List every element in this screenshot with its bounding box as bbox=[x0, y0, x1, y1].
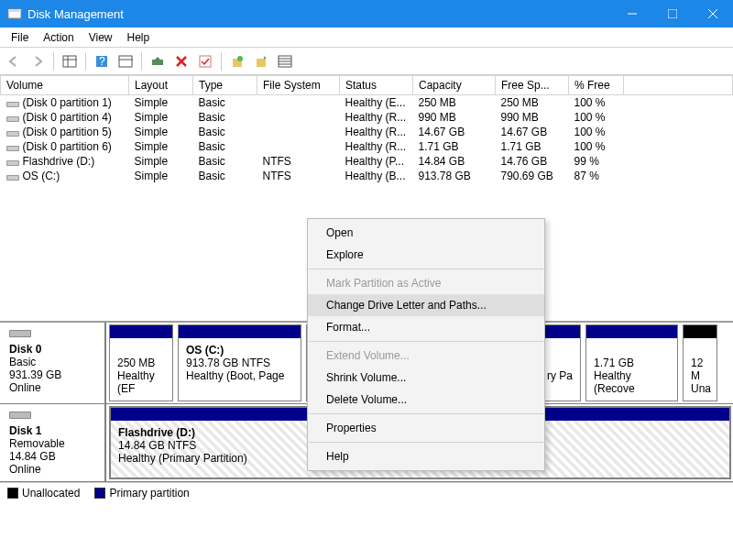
check-icon[interactable] bbox=[195, 51, 215, 71]
disk-1-info[interactable]: Disk 1 Removable 14.84 GB Online bbox=[0, 404, 106, 481]
attach-vhd-icon[interactable] bbox=[251, 51, 271, 71]
partition-size: 250 MB bbox=[117, 357, 165, 369]
svg-rect-13 bbox=[152, 60, 163, 65]
col-free[interactable]: Free Sp... bbox=[496, 76, 569, 95]
svg-rect-6 bbox=[63, 56, 76, 67]
ctx-change-drive-letter[interactable]: Change Drive Letter and Paths... bbox=[308, 294, 544, 316]
legend-label: Unallocated bbox=[22, 487, 80, 500]
table-row[interactable]: (Disk 0 partition 6)SimpleBasicHealthy (… bbox=[1, 139, 733, 154]
toolbar-separator bbox=[141, 52, 142, 71]
swatch-unallocated bbox=[7, 488, 18, 499]
legend-primary: Primary partition bbox=[94, 487, 189, 500]
close-button[interactable] bbox=[693, 0, 733, 27]
column-headers: Volume Layout Type File System Status Ca… bbox=[1, 76, 733, 95]
col-volume[interactable]: Volume bbox=[1, 76, 129, 95]
ctx-open[interactable]: Open bbox=[308, 222, 544, 244]
minimize-button[interactable] bbox=[612, 0, 652, 27]
disk-1-type: Removable bbox=[9, 437, 95, 450]
disk-1-status: Online bbox=[9, 463, 95, 476]
partition-status: Una bbox=[691, 382, 709, 395]
partition-header bbox=[586, 325, 677, 338]
col-status[interactable]: Status bbox=[340, 76, 413, 95]
svg-rect-25 bbox=[7, 103, 18, 106]
menu-help[interactable]: Help bbox=[120, 29, 158, 46]
refresh-icon[interactable] bbox=[148, 51, 168, 71]
maximize-button[interactable] bbox=[652, 0, 693, 27]
disk-icon bbox=[9, 328, 33, 339]
toolbar-separator bbox=[221, 52, 222, 71]
disk-0-partition-1[interactable]: 250 MB Healthy (EF bbox=[109, 324, 173, 401]
volume-icon bbox=[6, 99, 20, 108]
col-capacity[interactable]: Capacity bbox=[413, 76, 496, 95]
col-type[interactable]: Type bbox=[193, 76, 257, 95]
volume-icon bbox=[6, 172, 20, 181]
new-volume-icon[interactable] bbox=[227, 51, 247, 71]
svg-rect-19 bbox=[257, 59, 266, 67]
window-title: Disk Management bbox=[27, 7, 612, 21]
disk-0-status: Online bbox=[9, 381, 95, 394]
menubar: File Action View Help bbox=[0, 27, 733, 48]
ctx-shrink-volume[interactable]: Shrink Volume... bbox=[308, 367, 544, 389]
ctx-properties[interactable]: Properties bbox=[308, 417, 544, 439]
properties-icon[interactable] bbox=[275, 51, 295, 71]
partition-header bbox=[684, 325, 717, 338]
ctx-mark-active: Mark Partition as Active bbox=[308, 272, 544, 294]
svg-rect-3 bbox=[668, 9, 677, 18]
ctx-help[interactable]: Help bbox=[308, 445, 544, 467]
col-layout[interactable]: Layout bbox=[129, 76, 193, 95]
svg-rect-29 bbox=[7, 132, 18, 136]
menu-file[interactable]: File bbox=[4, 29, 36, 46]
table-row[interactable]: Flashdrive (D:)SimpleBasicNTFSHealthy (P… bbox=[1, 154, 733, 169]
volume-icon bbox=[6, 128, 20, 137]
ctx-extend-volume: Extend Volume... bbox=[308, 345, 544, 367]
col-extra[interactable] bbox=[624, 76, 733, 95]
disk-1-size: 14.84 GB bbox=[9, 450, 95, 463]
disk-1-name: Disk 1 bbox=[9, 424, 41, 437]
legend-label: Primary partition bbox=[109, 487, 189, 500]
partition-header bbox=[179, 325, 301, 338]
svg-rect-37 bbox=[10, 331, 30, 336]
delete-icon[interactable] bbox=[171, 51, 191, 71]
partition-size: 12 M bbox=[691, 357, 709, 382]
svg-rect-27 bbox=[7, 117, 18, 121]
settings-icon[interactable] bbox=[115, 51, 136, 71]
help-icon[interactable]: ? bbox=[92, 51, 112, 71]
disk-0-partition-os[interactable]: OS (C:) 913.78 GB NTFS Healthy (Boot, Pa… bbox=[178, 324, 301, 401]
partition-status: Healthy (Recove bbox=[594, 369, 670, 395]
disk-0-unallocated[interactable]: 12 M Una bbox=[683, 324, 717, 401]
svg-rect-16 bbox=[200, 56, 211, 67]
col-pct[interactable]: % Free bbox=[569, 76, 624, 95]
legend-unallocated: Unallocated bbox=[7, 487, 80, 500]
ctx-separator bbox=[309, 413, 543, 414]
ctx-separator bbox=[309, 341, 543, 342]
ctx-separator bbox=[309, 269, 543, 269]
back-icon bbox=[4, 51, 24, 71]
show-hide-icon[interactable] bbox=[60, 51, 80, 71]
volume-icon bbox=[6, 114, 20, 123]
disk-0-partition-recovery[interactable]: 1.71 GB Healthy (Recove bbox=[585, 324, 678, 401]
partition-size: 913.78 GB NTFS bbox=[186, 357, 293, 369]
partition-size: 1.71 GB bbox=[594, 357, 670, 369]
toolbar: ? bbox=[0, 48, 733, 75]
ctx-explore[interactable]: Explore bbox=[308, 244, 544, 266]
table-row[interactable]: (Disk 0 partition 4)SimpleBasicHealthy (… bbox=[1, 110, 733, 125]
menu-action[interactable]: Action bbox=[36, 29, 81, 46]
legend: Unallocated Primary partition bbox=[0, 482, 733, 503]
toolbar-separator bbox=[85, 52, 86, 71]
partition-header bbox=[110, 325, 172, 338]
ctx-format[interactable]: Format... bbox=[308, 316, 544, 338]
app-icon bbox=[7, 6, 22, 21]
col-fs[interactable]: File System bbox=[257, 76, 340, 95]
toolbar-separator bbox=[53, 52, 54, 71]
table-row[interactable]: OS (C:)SimpleBasicNTFSHealthy (B...913.7… bbox=[1, 169, 733, 183]
disk-0-name: Disk 0 bbox=[9, 343, 41, 356]
menu-view[interactable]: View bbox=[82, 29, 120, 46]
table-row[interactable]: (Disk 0 partition 1)SimpleBasicHealthy (… bbox=[1, 95, 733, 111]
partition-status: Healthy (EF bbox=[117, 369, 165, 395]
partition-name: Flashdrive (D:) bbox=[118, 426, 195, 439]
disk-0-info[interactable]: Disk 0 Basic 931.39 GB Online bbox=[0, 323, 106, 403]
svg-rect-11 bbox=[119, 56, 132, 67]
table-row[interactable]: (Disk 0 partition 5)SimpleBasicHealthy (… bbox=[1, 125, 733, 139]
ctx-delete-volume[interactable]: Delete Volume... bbox=[308, 389, 544, 411]
svg-rect-39 bbox=[10, 412, 30, 418]
